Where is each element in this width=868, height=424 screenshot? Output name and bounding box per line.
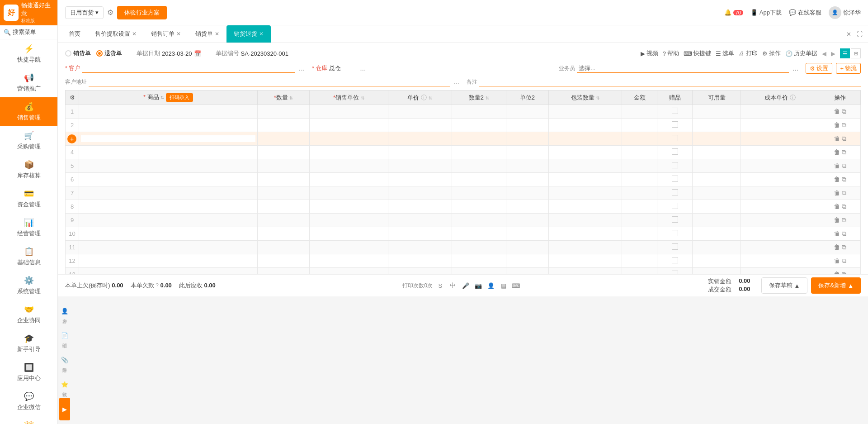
delete-row-btn[interactable]: 🗑 — [833, 243, 841, 252]
sort-icon[interactable]: ⇅ — [361, 95, 364, 100]
sidebar-item-management[interactable]: 📊 经营管理 — [0, 213, 57, 242]
tab-close-icon[interactable]: ✕ — [132, 31, 137, 37]
gift-checkbox[interactable] — [672, 271, 678, 274]
tab-close-icon[interactable]: ✕ — [259, 31, 264, 37]
add-row-btn[interactable]: + — [67, 134, 76, 143]
copy-row-btn[interactable]: ⧉ — [841, 148, 847, 157]
sidebar-item-system[interactable]: ⚙️ 系统管理 — [0, 271, 57, 300]
tab-close-btn[interactable]: ✕ — [844, 29, 853, 39]
nav-prev-icon[interactable]: ◀ — [822, 50, 826, 57]
delete-row-btn[interactable]: 🗑 — [833, 148, 841, 157]
right-panel-customer[interactable]: 👤 客户 — [59, 300, 70, 323]
tab-sales[interactable]: 销货单 ✕ — [188, 25, 226, 43]
tab-close-icon[interactable]: ✕ — [215, 31, 219, 37]
copy-row-btn[interactable]: ⧉ — [841, 215, 847, 225]
scan-btn[interactable]: 扫码录入 — [166, 93, 193, 102]
gift-checkbox[interactable] — [672, 189, 678, 195]
industry-select[interactable]: 日用百货 ▾ — [65, 6, 104, 19]
product-cell[interactable] — [79, 268, 258, 275]
nav-next-icon[interactable]: ▶ — [831, 50, 835, 57]
tab-price-setup[interactable]: 售价提取设置 ✕ — [88, 25, 144, 43]
gift-checkbox[interactable] — [672, 243, 678, 250]
copy-row-btn[interactable]: ⧉ — [841, 120, 847, 130]
sidebar-item-app-center[interactable]: 🔲 应用中心 — [0, 358, 57, 387]
app-download-btn[interactable]: 📱 App下载 — [750, 9, 782, 17]
tab-expand-btn[interactable]: ⛶ — [855, 29, 864, 39]
right-panel-favorite[interactable]: ⭐ 收藏 — [59, 373, 70, 396]
radio-return[interactable]: 退货单 — [96, 49, 122, 57]
toolbar-help[interactable]: ? 帮助 — [663, 49, 679, 57]
product-cell[interactable] — [79, 159, 258, 173]
right-panel-attachment[interactable]: 📎 附件 — [59, 349, 70, 372]
sidebar-item-basic-info[interactable]: 📋 基础信息 — [0, 242, 57, 271]
product-cell[interactable] — [79, 227, 258, 241]
sidebar-item-sales[interactable]: 💰 销售管理 — [0, 97, 57, 126]
sort-icon[interactable]: ⇅ — [486, 95, 489, 100]
remark-input[interactable] — [479, 77, 861, 86]
delete-row-btn[interactable]: 🗑 — [833, 215, 841, 224]
gift-checkbox[interactable] — [672, 162, 678, 168]
sidebar-item-guide[interactable]: 🎓 新手引导 — [0, 329, 57, 358]
delete-row-btn[interactable]: 🗑 — [833, 229, 841, 238]
sidebar-item-wechat[interactable]: 💬 企业微信 — [0, 387, 57, 416]
sidebar-item-search[interactable]: 🔍 搜索菜单 — [0, 25, 57, 39]
sort-icon[interactable]: ⇅ — [596, 95, 599, 100]
calendar-icon[interactable]: 📅 — [194, 50, 201, 57]
delete-row-btn[interactable]: 🗑 — [833, 188, 841, 197]
topbar-gear-icon[interactable]: ⚙ — [107, 8, 113, 17]
logistics-btn[interactable]: + 物流 — [836, 63, 861, 74]
warehouse-lookup-btn[interactable]: ... — [360, 64, 366, 72]
tab-home[interactable]: 首页 — [61, 25, 88, 43]
user-avatar[interactable]: 👤 徐泽华 — [829, 6, 861, 19]
gift-checkbox[interactable] — [672, 121, 678, 128]
staff-lookup-btn[interactable]: ... — [793, 64, 798, 72]
help-icon[interactable]: ? — [156, 282, 159, 289]
grid-view-btn[interactable]: ⊞ — [851, 48, 861, 58]
sidebar-item-inventory[interactable]: 📦 库存核算 — [0, 155, 57, 184]
toolbar-shortcut[interactable]: ⌨ 快捷键 — [684, 49, 711, 57]
notification-btn[interactable]: 🔔 70 — [724, 9, 743, 16]
tab-sales-order[interactable]: 销售订单 ✕ — [144, 25, 188, 43]
copy-row-btn[interactable]: ⧉ — [841, 270, 847, 274]
product-cell[interactable] — [79, 105, 258, 119]
delete-row-btn[interactable]: 🗑 — [833, 270, 841, 274]
product-cell[interactable] — [79, 200, 258, 214]
gift-checkbox[interactable] — [672, 203, 678, 209]
delete-row-btn[interactable]: 🗑 — [833, 175, 841, 184]
tab-close-icon[interactable]: ✕ — [176, 31, 181, 37]
sort-icon[interactable]: ⇅ — [429, 95, 432, 100]
person-icon[interactable]: 👤 — [486, 281, 496, 291]
list-view-btn[interactable]: ☰ — [840, 48, 850, 58]
product-cell[interactable] — [79, 186, 258, 200]
product-cell[interactable] — [79, 254, 258, 268]
delete-row-btn[interactable]: 🗑 — [833, 134, 841, 143]
right-panel-more[interactable]: ▶ — [59, 398, 70, 420]
copy-row-btn[interactable]: ⧉ — [841, 175, 847, 184]
toolbar-video[interactable]: ▶ 视频 — [641, 49, 658, 57]
mic-icon[interactable]: 🎤 — [461, 281, 471, 291]
right-panel-detail[interactable]: 📄 明细 — [59, 324, 70, 347]
sort-icon[interactable]: ⇅ — [160, 95, 164, 100]
address-lookup-btn[interactable]: ... — [453, 78, 459, 86]
copy-row-btn[interactable]: ⧉ — [841, 107, 847, 116]
delete-row-btn[interactable]: 🗑 — [833, 120, 841, 129]
sidebar-item-purchase[interactable]: 🛒 采购管理 — [0, 126, 57, 155]
gift-checkbox[interactable] — [672, 176, 678, 182]
experience-btn[interactable]: 体验行业方案 — [117, 6, 167, 19]
copy-row-btn[interactable]: ⧉ — [841, 243, 847, 252]
copy-row-btn[interactable]: ⧉ — [841, 134, 847, 143]
barcode-icon[interactable]: ▤ — [499, 281, 509, 291]
staff-input[interactable] — [577, 64, 789, 73]
delete-row-btn[interactable]: 🗑 — [833, 202, 841, 211]
toolbar-operate[interactable]: ⚙ 操作 — [762, 49, 781, 57]
product-cell[interactable] — [79, 214, 258, 227]
gift-checkbox[interactable] — [672, 135, 678, 141]
toolbar-history[interactable]: 🕐 历史单据 — [785, 49, 817, 57]
sidebar-item-member[interactable]: 👑 畅会员 — [0, 416, 57, 424]
copy-row-btn[interactable]: ⧉ — [841, 256, 847, 266]
delete-row-btn[interactable]: 🗑 — [833, 256, 841, 265]
gift-checkbox[interactable] — [672, 216, 678, 223]
customer-lookup-btn[interactable]: ... — [299, 64, 305, 72]
gift-checkbox[interactable] — [672, 257, 678, 263]
product-cell[interactable] — [79, 146, 258, 159]
